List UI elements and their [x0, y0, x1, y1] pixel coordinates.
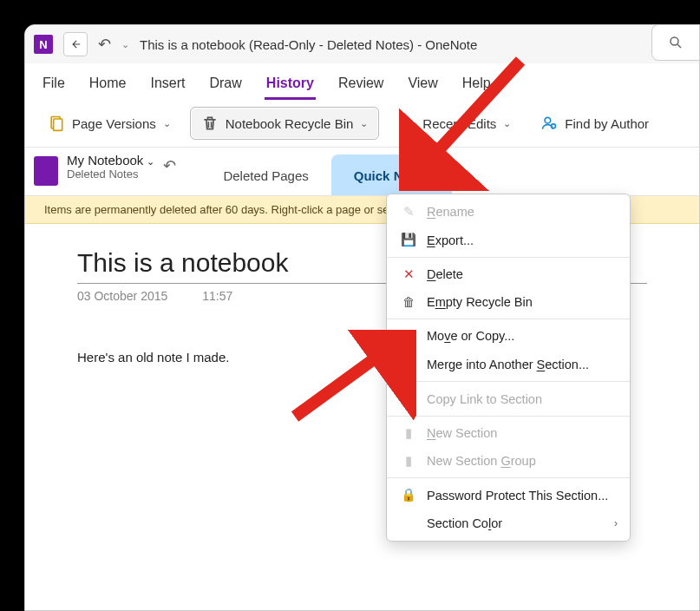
notebook-bar: My Notebook⌄ Deleted Notes ↶ Deleted Pag…: [25, 148, 699, 196]
menu-insert[interactable]: Insert: [148, 72, 186, 100]
svg-point-3: [545, 117, 551, 123]
copy-link-icon: 📄: [401, 391, 416, 406]
menu-help[interactable]: Help: [461, 72, 493, 100]
svg-point-4: [552, 124, 556, 128]
chevron-down-icon: ⌄: [360, 118, 368, 129]
ctx-move-label: e or Copy...: [450, 329, 514, 343]
ctx-move-or-copy[interactable]: ⇄ Move or Copy...: [387, 322, 630, 350]
ctx-export[interactable]: 💾 Export...: [387, 226, 630, 254]
author-icon: [540, 115, 558, 132]
context-menu: ✎ Rename 💾 Export... ✕ Delete 🗑 Empty Re…: [386, 194, 631, 542]
ctx-delete-label: elete: [435, 267, 462, 281]
trash-icon: 🗑: [401, 295, 416, 309]
quick-access-dropdown[interactable]: ⌄: [121, 39, 129, 50]
recycle-bin-label: Notebook Recycle Bin: [226, 116, 354, 131]
svg-rect-1: [54, 119, 62, 130]
notebook-name: My Notebook: [67, 153, 143, 168]
section-icon: ▮: [401, 426, 416, 440]
ctx-new-section: ▮ New Section: [387, 419, 630, 447]
page-date: 03 October 2015: [77, 289, 167, 303]
recent-edits-icon: [398, 115, 415, 132]
ctx-new-section-label: ew Section: [435, 426, 497, 440]
menu-draw[interactable]: Draw: [207, 72, 243, 100]
menu-bar: File Home Insert Draw History Review Vie…: [25, 63, 699, 100]
search-icon: [668, 35, 684, 50]
notebook-subtitle: Deleted Notes: [67, 168, 154, 181]
export-icon: 💾: [401, 233, 416, 247]
back-button[interactable]: [63, 32, 88, 56]
move-icon: ⇄: [401, 329, 416, 343]
ctx-password-label: Password Protect This Section...: [427, 489, 608, 503]
ctx-password-protect[interactable]: 🔒 Password Protect This Section...: [387, 481, 630, 509]
ctx-rename: ✎ Rename: [387, 198, 630, 226]
page-versions-label: Page Versions: [72, 116, 156, 131]
chevron-down-icon: ⌄: [503, 118, 511, 129]
merge-icon: ⧉: [401, 357, 416, 371]
find-by-author-label: Find by Author: [565, 116, 649, 131]
menu-history[interactable]: History: [265, 72, 316, 100]
recent-edits-button[interactable]: Recent Edits ⌄: [388, 109, 521, 137]
ctx-section-color[interactable]: Section Color ›: [387, 509, 630, 537]
section-group-icon: ▮: [401, 454, 416, 468]
chevron-right-icon: ›: [614, 517, 618, 529]
ribbon: Page Versions ⌄ Notebook Recycle Bin ⌄ R…: [25, 100, 699, 148]
ctx-rename-label: ename: [435, 205, 474, 219]
chevron-down-icon: ⌄: [163, 118, 171, 129]
menu-home[interactable]: Home: [88, 72, 128, 100]
notebook-selector[interactable]: My Notebook⌄ Deleted Notes: [67, 148, 154, 195]
ctx-merge-label: ection...: [545, 358, 589, 371]
ctx-merge[interactable]: ⧉ Merge into Another Section...: [387, 350, 630, 378]
chevron-down-icon: ⌄: [147, 156, 154, 167]
page-versions-icon: [48, 115, 65, 132]
page-time: 11:57: [202, 289, 232, 303]
rename-icon: ✎: [401, 205, 416, 219]
tab-deleted-pages[interactable]: Deleted Pages: [200, 154, 330, 195]
ctx-color-label: or: [491, 516, 502, 530]
ctx-new-group-label: roup: [511, 454, 536, 468]
undo-button[interactable]: ↶: [98, 35, 111, 54]
ctx-export-label: xport...: [435, 233, 474, 247]
ctx-copy-link-label: Copy Link to Section: [427, 392, 542, 406]
svg-point-5: [671, 37, 678, 45]
trash-icon: [201, 115, 219, 132]
arrow-left-icon: [69, 38, 82, 50]
lock-icon: 🔒: [401, 488, 416, 503]
ctx-copy-link: 📄 Copy Link to Section: [387, 384, 630, 413]
page-versions-button[interactable]: Page Versions ⌄: [37, 109, 181, 137]
notebook-icon: [34, 156, 58, 186]
window-title: This is a notebook (Read-Only - Deleted …: [140, 37, 477, 52]
title-bar: N ↶ ⌄ This is a notebook (Read-Only - De…: [25, 25, 699, 63]
ctx-new-section-group: ▮ New Section Group: [387, 447, 630, 475]
menu-view[interactable]: View: [406, 72, 439, 100]
find-by-author-button[interactable]: Find by Author: [530, 109, 659, 137]
undo-button-2[interactable]: ↶: [163, 156, 176, 195]
onenote-app-icon: N: [34, 35, 53, 54]
ctx-delete[interactable]: ✕ Delete: [387, 260, 630, 288]
search-button[interactable]: [651, 24, 700, 61]
menu-review[interactable]: Review: [337, 72, 385, 100]
ctx-empty-recycle-bin[interactable]: 🗑 Empty Recycle Bin: [387, 288, 630, 316]
recent-edits-label: Recent Edits: [422, 116, 496, 131]
menu-file[interactable]: File: [41, 72, 67, 100]
delete-x-icon: ✕: [401, 267, 416, 281]
recycle-bin-button[interactable]: Notebook Recycle Bin ⌄: [190, 107, 380, 140]
ctx-empty-label: pty Recycle Bin: [446, 295, 533, 309]
tab-quick-notes[interactable]: Quick Notes: [331, 154, 453, 195]
